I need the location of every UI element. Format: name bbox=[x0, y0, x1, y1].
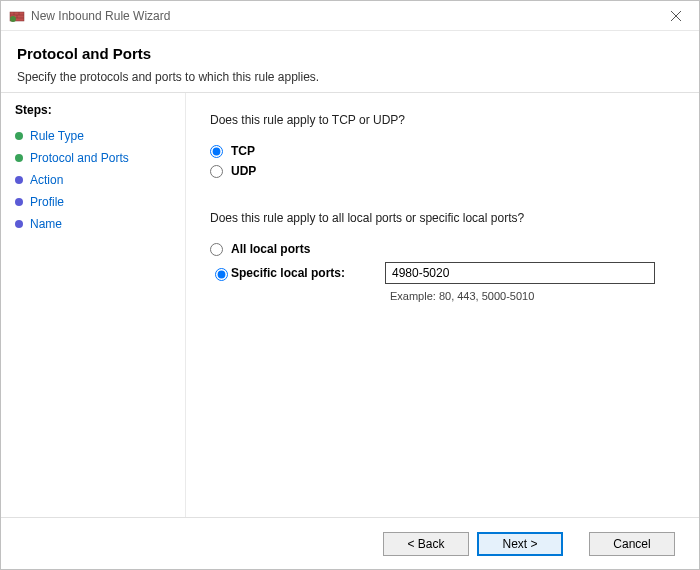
next-button[interactable]: Next > bbox=[477, 532, 563, 556]
titlebar: New Inbound Rule Wizard bbox=[1, 1, 699, 31]
step-link[interactable]: Name bbox=[30, 217, 62, 231]
step-link[interactable]: Action bbox=[30, 173, 63, 187]
radio-tcp-label[interactable]: TCP bbox=[231, 144, 255, 158]
step-name[interactable]: Name bbox=[15, 213, 175, 235]
radio-row-specific-ports[interactable]: Specific local ports: bbox=[210, 259, 675, 287]
radio-row-udp[interactable]: UDP bbox=[210, 161, 675, 181]
step-bullet-icon bbox=[15, 198, 23, 206]
protocol-radio-group: TCP UDP bbox=[210, 141, 675, 181]
radio-all-ports[interactable] bbox=[210, 243, 223, 256]
radio-all-ports-label[interactable]: All local ports bbox=[231, 242, 310, 256]
window-title: New Inbound Rule Wizard bbox=[31, 9, 653, 23]
wizard-window: New Inbound Rule Wizard Protocol and Por… bbox=[0, 0, 700, 570]
step-bullet-icon bbox=[15, 176, 23, 184]
page-title: Protocol and Ports bbox=[17, 45, 683, 62]
content-panel: Does this rule apply to TCP or UDP? TCP … bbox=[186, 93, 699, 517]
ports-radio-group: All local ports Specific local ports: Ex… bbox=[210, 239, 675, 302]
cancel-button[interactable]: Cancel bbox=[589, 532, 675, 556]
step-action[interactable]: Action bbox=[15, 169, 175, 191]
back-button[interactable]: < Back bbox=[383, 532, 469, 556]
steps-panel: Steps: Rule Type Protocol and Ports Acti… bbox=[1, 93, 186, 517]
step-link[interactable]: Protocol and Ports bbox=[30, 151, 129, 165]
wizard-header: Protocol and Ports Specify the protocols… bbox=[1, 31, 699, 92]
ports-example: Example: 80, 443, 5000-5010 bbox=[390, 290, 675, 302]
step-bullet-icon bbox=[15, 154, 23, 162]
wizard-footer: < Back Next > Cancel bbox=[1, 517, 699, 569]
step-profile[interactable]: Profile bbox=[15, 191, 175, 213]
steps-label: Steps: bbox=[15, 103, 175, 117]
question-ports: Does this rule apply to all local ports … bbox=[210, 211, 675, 225]
step-rule-type[interactable]: Rule Type bbox=[15, 125, 175, 147]
firewall-icon bbox=[9, 8, 25, 24]
step-bullet-icon bbox=[15, 220, 23, 228]
radio-specific-ports-label[interactable]: Specific local ports: bbox=[231, 266, 381, 280]
specific-ports-input[interactable] bbox=[385, 262, 655, 284]
radio-udp[interactable] bbox=[210, 165, 223, 178]
page-subtitle: Specify the protocols and ports to which… bbox=[17, 70, 683, 84]
radio-row-all-ports[interactable]: All local ports bbox=[210, 239, 675, 259]
radio-tcp[interactable] bbox=[210, 145, 223, 158]
wizard-body: Steps: Rule Type Protocol and Ports Acti… bbox=[1, 92, 699, 517]
radio-specific-ports[interactable] bbox=[215, 268, 228, 281]
svg-point-6 bbox=[10, 16, 16, 22]
question-protocol: Does this rule apply to TCP or UDP? bbox=[210, 113, 675, 127]
step-link[interactable]: Rule Type bbox=[30, 129, 84, 143]
step-link[interactable]: Profile bbox=[30, 195, 64, 209]
step-protocol-ports[interactable]: Protocol and Ports bbox=[15, 147, 175, 169]
close-icon bbox=[671, 8, 681, 24]
step-bullet-icon bbox=[15, 132, 23, 140]
radio-row-tcp[interactable]: TCP bbox=[210, 141, 675, 161]
radio-udp-label[interactable]: UDP bbox=[231, 164, 256, 178]
close-button[interactable] bbox=[653, 1, 699, 30]
